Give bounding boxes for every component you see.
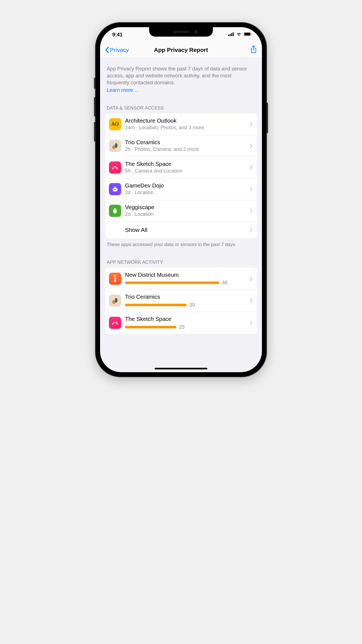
status-time: 9:41 — [112, 32, 123, 38]
app-row[interactable]: The Sketch Space 5h · Camera and Locatio… — [105, 157, 257, 178]
phone-frame: 9:41 Privacy App Privacy Report — [95, 22, 267, 377]
list-data-sensor: AO Architecture Outlook 24m · Location, … — [105, 113, 257, 238]
nav-bar: Privacy App Privacy Report — [100, 42, 262, 58]
app-icon — [109, 295, 121, 307]
section-footer-data-sensor: These apps accessed your data or sensors… — [105, 238, 257, 248]
svg-rect-3 — [233, 32, 234, 36]
chevron-right-icon — [250, 122, 253, 127]
app-row[interactable]: AO Architecture Outlook 24m · Location, … — [105, 113, 257, 135]
content[interactable]: App Privacy Report shows the past 7 days… — [100, 58, 262, 372]
power-button — [266, 103, 268, 133]
app-name: Trio Ceramics — [125, 139, 248, 146]
share-icon — [250, 45, 257, 54]
section-header-network: APP NETWORK ACTIVITY — [105, 248, 257, 268]
svg-rect-11 — [113, 188, 117, 191]
svg-rect-19 — [116, 298, 117, 299]
app-name: GameDev Dojo — [125, 182, 248, 189]
chevron-right-icon — [250, 227, 253, 232]
app-icon: G — [109, 183, 121, 195]
svg-point-9 — [115, 143, 118, 148]
app-row[interactable]: Veggiscape 2d · Location — [105, 200, 257, 222]
app-icon — [109, 317, 121, 329]
svg-rect-6 — [251, 34, 252, 35]
app-name: The Sketch Space — [125, 316, 248, 323]
app-access-detail: 5h · Camera and Location — [125, 168, 248, 174]
wifi-icon — [236, 32, 242, 37]
activity-bar — [125, 326, 176, 328]
svg-rect-5 — [244, 33, 250, 36]
app-icon — [109, 205, 121, 217]
svg-rect-0 — [228, 35, 229, 36]
back-label: Privacy — [110, 47, 129, 53]
app-icon — [109, 161, 121, 174]
screen: 9:41 Privacy App Privacy Report — [100, 27, 262, 372]
chevron-left-icon — [105, 47, 109, 53]
app-row[interactable]: G GameDev Dojo 2d · Location — [105, 178, 257, 200]
activity-value: 25 — [179, 324, 185, 330]
app-name: New District Museum — [125, 272, 248, 278]
svg-rect-13 — [115, 189, 116, 190]
share-button[interactable] — [250, 45, 257, 55]
notch — [149, 27, 213, 37]
section-header-data-sensor: DATA & SENSOR ACCESS — [105, 94, 257, 113]
activity-bar — [125, 282, 219, 284]
learn-more-link[interactable]: Learn more… — [107, 87, 255, 94]
app-name: Architecture Outlook — [125, 117, 248, 124]
network-row[interactable]: Trio Ceramics 30 — [105, 290, 257, 312]
volume-down-button — [94, 122, 96, 141]
intro-text: App Privacy Report shows the past 7 days… — [105, 58, 257, 94]
app-icon: NDM — [109, 273, 121, 285]
show-all-label: Show All — [125, 226, 248, 233]
show-all-row[interactable]: Show All — [105, 222, 257, 238]
svg-rect-1 — [230, 34, 231, 36]
app-access-detail: 2d · Location — [125, 189, 248, 196]
svg-rect-2 — [231, 33, 232, 36]
chevron-right-icon — [250, 298, 253, 303]
app-access-detail: 2h · Photos, Camera, and 2 more — [125, 146, 248, 153]
app-name: The Sketch Space — [125, 161, 248, 168]
app-name: Trio Ceramics — [125, 293, 248, 300]
chevron-right-icon — [250, 276, 253, 281]
chevron-right-icon — [250, 165, 253, 170]
network-row[interactable]: NDM New District Museum 46 — [105, 268, 257, 290]
cellular-signal-icon — [228, 32, 234, 37]
svg-point-18 — [115, 298, 118, 303]
home-indicator[interactable] — [155, 368, 207, 369]
back-button[interactable]: Privacy — [105, 47, 129, 53]
svg-text:G: G — [115, 186, 116, 187]
chevron-right-icon — [250, 208, 253, 213]
app-name: Veggiscape — [125, 204, 248, 211]
battery-icon — [244, 32, 252, 37]
volume-up-button — [94, 97, 96, 116]
app-access-detail: 24m · Location, Photos, and 3 more — [125, 125, 248, 131]
svg-rect-12 — [114, 189, 115, 190]
app-icon: AO — [109, 118, 121, 130]
app-icon — [109, 140, 121, 152]
svg-rect-10 — [116, 143, 117, 144]
app-access-detail: 2d · Location — [125, 211, 248, 217]
mute-switch — [94, 78, 96, 89]
list-network: NDM New District Museum 46 Trio Ceramics… — [105, 268, 257, 334]
activity-value: 30 — [189, 302, 195, 308]
network-row[interactable]: The Sketch Space 25 — [105, 312, 257, 334]
app-row[interactable]: Trio Ceramics 2h · Photos, Camera, and 2… — [105, 135, 257, 157]
chevron-right-icon — [250, 320, 253, 325]
activity-value: 46 — [222, 280, 228, 286]
activity-bar — [125, 304, 187, 306]
chevron-right-icon — [250, 143, 253, 148]
chevron-right-icon — [250, 187, 253, 192]
